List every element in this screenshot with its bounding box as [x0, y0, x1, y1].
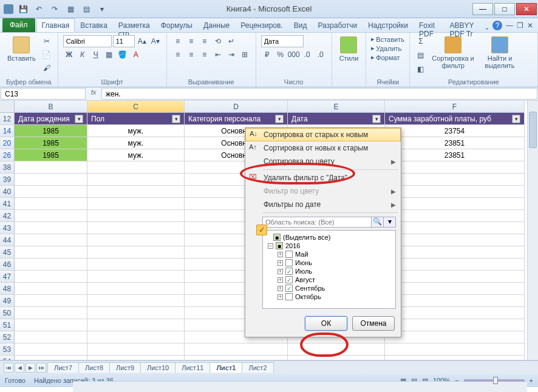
- cell-c-26[interactable]: муж.: [87, 149, 185, 161]
- increase-indent-icon[interactable]: ⇥: [225, 49, 237, 61]
- help-icon[interactable]: ?: [492, 21, 502, 30]
- copy-icon[interactable]: 📄: [41, 49, 53, 61]
- row-header-50[interactable]: 50: [0, 307, 15, 319]
- row-header-49[interactable]: 49: [0, 295, 15, 307]
- merge-icon[interactable]: ⊞: [239, 49, 251, 61]
- sheet-tab-Лист1[interactable]: Лист1: [209, 362, 242, 373]
- font-name-input[interactable]: [63, 35, 112, 47]
- column-header-E[interactable]: E: [288, 101, 385, 113]
- qat-dropdown-icon[interactable]: ▾: [96, 3, 108, 15]
- undo-icon[interactable]: ↶: [33, 3, 45, 15]
- row-header-40[interactable]: 40: [0, 186, 15, 198]
- tree-month-Июль[interactable]: +Июль: [265, 267, 393, 275]
- column-header-F[interactable]: F: [385, 101, 525, 113]
- qat-btn-5[interactable]: ▤: [80, 3, 92, 15]
- zoom-in-button[interactable]: +: [529, 377, 533, 384]
- cell-f-26[interactable]: 23851: [385, 149, 525, 161]
- decrease-font-icon[interactable]: A▾: [149, 35, 162, 47]
- menu-sort-old-to-new[interactable]: A↓ Сортировка от старых к новым: [245, 128, 401, 141]
- maximize-button[interactable]: □: [494, 3, 515, 15]
- find-select-button[interactable]: Найти и выделить: [479, 35, 520, 70]
- filter-dropdown-d[interactable]: ▾: [275, 115, 284, 123]
- empty-cell[interactable]: [87, 271, 185, 283]
- font-size-input[interactable]: [113, 35, 135, 47]
- cell-b-26[interactable]: 1985: [15, 149, 87, 161]
- minimize-button[interactable]: —: [472, 3, 493, 15]
- empty-cell[interactable]: [385, 186, 525, 198]
- checkbox-year[interactable]: ■: [276, 242, 283, 249]
- paste-button[interactable]: Вставить: [5, 35, 38, 63]
- filter-dropdown-e[interactable]: ▾: [372, 115, 381, 123]
- empty-cell[interactable]: [87, 161, 185, 174]
- tree-year[interactable]: − ■ 2016: [265, 242, 393, 250]
- vertical-scrollbar[interactable]: [527, 101, 538, 360]
- menu-clear-filter[interactable]: ⌧ Удалить фильтр с "Дата": [245, 171, 401, 184]
- filter-dropdown-f[interactable]: ▾: [512, 115, 520, 123]
- empty-cell[interactable]: [87, 331, 185, 343]
- tree-month-Октябрь[interactable]: +Октябрь: [265, 292, 393, 301]
- row-header-26[interactable]: 26: [0, 149, 15, 161]
- tree-month-Май[interactable]: +Май: [265, 250, 393, 259]
- ribbon-tab-0[interactable]: Главная: [36, 18, 75, 32]
- file-tab[interactable]: Файл: [2, 18, 35, 32]
- empty-cell[interactable]: [15, 283, 87, 295]
- increase-font-icon[interactable]: A▴: [136, 35, 148, 47]
- empty-cell[interactable]: [385, 283, 525, 295]
- tree-month-Июнь[interactable]: +Июнь: [265, 259, 393, 267]
- decrease-indent-icon[interactable]: ⇤: [212, 49, 224, 61]
- empty-cell[interactable]: [385, 174, 525, 186]
- search-icon[interactable]: 🔍: [372, 217, 384, 228]
- align-right-icon[interactable]: ≡: [199, 49, 211, 61]
- row-header-38[interactable]: 38: [0, 161, 15, 174]
- italic-button[interactable]: К: [77, 49, 89, 61]
- empty-cell[interactable]: [385, 319, 525, 331]
- empty-cell[interactable]: [385, 343, 525, 356]
- sheet-tab-Лист2[interactable]: Лист2: [242, 362, 273, 373]
- row-header-51[interactable]: 51: [0, 319, 15, 331]
- table-header-d[interactable]: Категория персонала▾: [185, 113, 288, 125]
- empty-cell[interactable]: [15, 331, 87, 343]
- sheet-tab-Лист9[interactable]: Лист9: [109, 362, 141, 373]
- row-header-12[interactable]: 12: [0, 113, 15, 125]
- styles-button[interactable]: Стили: [337, 35, 361, 63]
- align-bottom-icon[interactable]: ≡: [199, 35, 211, 47]
- percent-icon[interactable]: %: [274, 49, 287, 61]
- row-header-44[interactable]: 44: [0, 234, 15, 246]
- row-header-41[interactable]: 41: [0, 198, 15, 210]
- fx-label[interactable]: fx: [86, 87, 101, 100]
- insert-cells-button[interactable]: ▸ Вставить: [371, 35, 404, 43]
- horizontal-scrollbar[interactable]: [73, 381, 527, 392]
- ribbon-tab-7[interactable]: Разработчи: [312, 18, 363, 32]
- expand-icon[interactable]: +: [278, 260, 283, 266]
- sheet-nav-next-icon[interactable]: ▶: [26, 363, 35, 373]
- name-box[interactable]: [1, 88, 86, 100]
- empty-cell[interactable]: [15, 295, 87, 307]
- row-header-42[interactable]: 42: [0, 210, 15, 222]
- empty-cell[interactable]: [87, 198, 185, 210]
- empty-cell[interactable]: [385, 234, 525, 246]
- empty-cell[interactable]: [15, 343, 87, 356]
- cell-f-20[interactable]: 23851: [385, 137, 525, 149]
- empty-cell[interactable]: [87, 246, 185, 259]
- row-header-39[interactable]: 39: [0, 174, 15, 186]
- tree-month-Сентябрь[interactable]: +Сентябрь: [265, 284, 393, 292]
- align-top-icon[interactable]: ≡: [172, 35, 184, 47]
- sheet-tab-Лист7[interactable]: Лист7: [47, 362, 79, 373]
- empty-cell[interactable]: [15, 246, 87, 259]
- empty-cell[interactable]: [87, 222, 185, 234]
- search-dropdown-icon[interactable]: ▾: [384, 217, 396, 228]
- column-header-C[interactable]: C: [87, 101, 185, 113]
- increase-decimal-icon[interactable]: .0: [301, 49, 313, 61]
- expand-icon[interactable]: +: [278, 294, 283, 300]
- sort-filter-button[interactable]: Сортировка и фильтр: [429, 35, 477, 70]
- empty-cell[interactable]: [385, 198, 525, 210]
- format-painter-icon[interactable]: 🖌: [41, 62, 53, 74]
- empty-cell[interactable]: [385, 356, 525, 360]
- cancel-button[interactable]: Отмена: [352, 316, 395, 331]
- sheet-nav-last-icon[interactable]: ⏭: [36, 363, 46, 373]
- empty-cell[interactable]: [15, 271, 87, 283]
- empty-cell[interactable]: [385, 210, 525, 222]
- empty-cell[interactable]: [385, 259, 525, 271]
- cell-f-14[interactable]: 23754: [385, 125, 525, 137]
- table-header-c[interactable]: Пол▾: [87, 113, 185, 125]
